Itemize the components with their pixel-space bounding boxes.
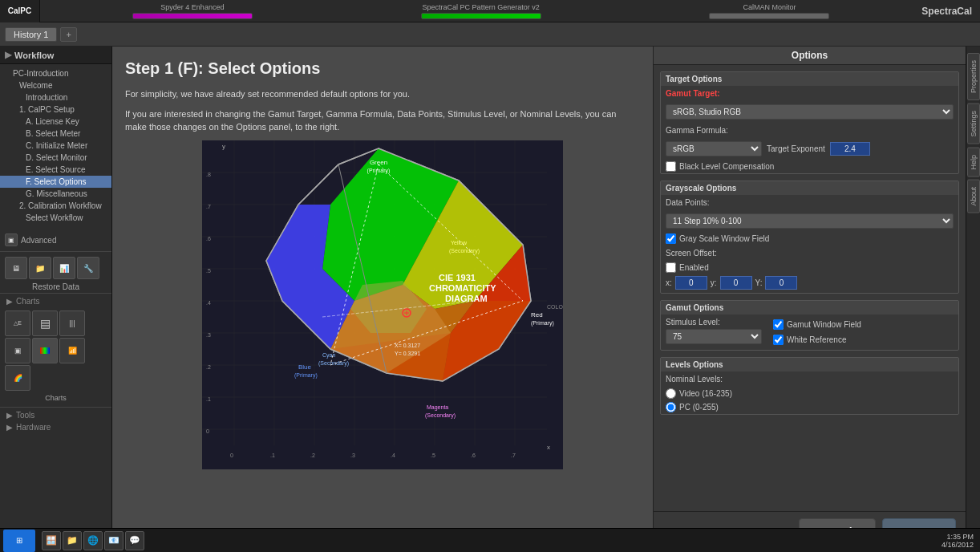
sidebar-item-miscellaneous[interactable]: G. Miscellaneous (0, 188, 111, 200)
white-reference-checkbox[interactable] (773, 335, 784, 345)
calman-label: CalMAN Monitor (743, 3, 796, 11)
sidebar-item-calibration-workflow[interactable]: 2. Calibration Workflow (0, 200, 111, 212)
cie-container: Green (Primary) Red (Primary) Blue (Prim… (202, 140, 563, 469)
sidebar-item-select-workflow[interactable]: Select Workflow (0, 212, 111, 224)
taskbar-items: 🪟 📁 🌐 📧 💬 (38, 531, 942, 550)
chart-icon-6[interactable]: 📶 (59, 338, 85, 363)
options-panel: Options Target Options Gamut Target: sRG… (653, 47, 966, 552)
enabled-checkbox[interactable] (666, 262, 676, 273)
video-radio-row: Video (16-235) (661, 387, 958, 400)
data-points-label-row: Data Points: (661, 195, 958, 210)
black-level-row: Black Level Compensation (661, 160, 958, 173)
taskbar-icon-5[interactable]: 💬 (125, 531, 144, 550)
sidebar-icons-row: 🖥 📁 📊 🔧 (0, 254, 111, 282)
tools-arrow: ▶ (6, 411, 13, 420)
sidebar-item-calpc-setup[interactable]: 1. CalPC Setup (0, 104, 111, 116)
pc-radio[interactable] (666, 402, 676, 412)
hardware-header[interactable]: ▶ Hardware (0, 421, 111, 433)
help-tab[interactable]: Help (967, 148, 980, 177)
grayscale-window-checkbox[interactable] (666, 233, 676, 244)
chart-icon-1[interactable]: △E (5, 310, 30, 336)
enabled-row: Enabled (661, 261, 958, 274)
target-exponent-input[interactable]: 2.4 (830, 142, 870, 156)
data-points-label: Data Points: (666, 198, 730, 207)
sidebar-item-introduction[interactable]: Introduction (0, 91, 111, 104)
video-radio[interactable] (666, 388, 676, 399)
spyder-section: Spyder 4 Enhanced (132, 3, 253, 19)
gamut-window-label: Gamut Window Field (787, 320, 861, 329)
restore-data-label[interactable]: Restore Data (0, 282, 111, 291)
svg-text:.5: .5 (206, 268, 211, 274)
svg-text:CHROMATICITY: CHROMATICITY (429, 283, 496, 293)
icon-box-3[interactable]: 📊 (53, 257, 75, 279)
taskbar-icon-3[interactable]: 🌐 (83, 531, 103, 550)
taskbar-icon-2[interactable]: 📁 (63, 531, 82, 550)
chart-icon-4[interactable]: ▣ (5, 338, 30, 363)
svg-text:0: 0 (230, 453, 233, 458)
gamut-target-select[interactable]: sRGB, Studio RGB AdobeRGB DCI-P3 (666, 104, 954, 120)
black-level-checkbox[interactable] (666, 161, 676, 172)
settings-tab[interactable]: Settings (967, 104, 980, 144)
sidebar-item-license-key[interactable]: A. License Key (0, 116, 111, 128)
sidebar-item-select-monitor[interactable]: D. Select Monitor (0, 152, 111, 164)
y-input[interactable] (720, 276, 752, 290)
charts-header[interactable]: ▶ Charts (0, 295, 111, 307)
sidebar-item-init-meter[interactable]: C. Initialize Meter (0, 140, 111, 152)
x-input[interactable] (675, 276, 707, 290)
advanced-icon[interactable]: ▣ (5, 233, 18, 246)
options-title: Options (654, 47, 966, 65)
logo-text: CalPC (8, 6, 31, 15)
chart-icon-3[interactable]: ||| (59, 310, 85, 336)
sidebar-item-select-meter[interactable]: B. Select Meter (0, 128, 111, 140)
xyz-row: x: y: Y: (661, 274, 958, 293)
taskbar-icon-4[interactable]: 📧 (104, 531, 124, 550)
sidebar-item-pc-intro[interactable]: PC-Introduction (0, 67, 111, 79)
cie-diagram-container: Green (Primary) Red (Primary) Blue (Prim… (125, 140, 640, 469)
target-exponent-row: Target Exponent 2.4 (767, 142, 870, 156)
screen-offset-label-row: Screen Offset: (661, 246, 958, 261)
y-label: y: (711, 278, 717, 287)
properties-tab[interactable]: Properties (967, 53, 980, 100)
workflow-label: Workflow (14, 51, 54, 60)
svg-text:.5: .5 (431, 453, 435, 458)
icon-box-2[interactable]: 📁 (29, 257, 51, 279)
spectracal-label: SpectraCal PC Pattern Generator v2 (423, 3, 540, 11)
Y-input[interactable] (765, 276, 797, 290)
sidebar: ▶ Workflow PC-Introduction Welcome Intro… (0, 47, 112, 552)
svg-text:y: y (222, 143, 225, 150)
gamut-window-checkbox[interactable] (773, 319, 784, 330)
history-tab[interactable]: History 1 (5, 27, 57, 42)
tools-header[interactable]: ▶ Tools (0, 409, 111, 421)
chart-icon-2[interactable]: ▤ (32, 310, 58, 336)
chart-icon-5[interactable] (32, 338, 58, 363)
hardware-label: Hardware (16, 423, 51, 432)
chart-icon-7[interactable]: 🌈 (5, 365, 30, 391)
start-button[interactable]: ⊞ (3, 530, 35, 552)
svg-text:.6: .6 (206, 236, 211, 242)
gamut-window-row: Gamut Window Field (768, 318, 866, 331)
stimulus-level-select[interactable]: 75 100 50 (666, 329, 762, 344)
svg-text:(Secondary): (Secondary) (318, 360, 349, 367)
taskbar-icon-1[interactable]: 🪟 (42, 531, 61, 550)
page-title: Step 1 (F): Select Options (125, 59, 640, 78)
charts-label: Charts (16, 297, 39, 306)
svg-text:(Secondary): (Secondary) (449, 248, 480, 254)
add-tab-button[interactable]: + (60, 27, 76, 42)
svg-text:Red: Red (531, 311, 543, 319)
svg-text:.3: .3 (206, 332, 211, 338)
icon-box-4[interactable]: 🔧 (77, 257, 99, 279)
about-tab[interactable]: About (967, 180, 980, 213)
gamut-options-body: Stimulus Level: 75 100 50 Ga (661, 315, 958, 350)
gamma-formula-select[interactable]: sRGB BT.1886 Power (666, 141, 762, 156)
top-sections: Spyder 4 Enhanced SpectraCal PC Pattern … (40, 3, 921, 19)
svg-text:X= 0.3127: X= 0.3127 (395, 343, 420, 348)
icon-box-1[interactable]: 🖥 (5, 257, 27, 279)
sidebar-item-select-options[interactable]: F. Select Options (0, 176, 111, 188)
svg-text:(Primary): (Primary) (531, 320, 554, 327)
sidebar-item-welcome[interactable]: Welcome (0, 79, 111, 91)
spectracal-bar (421, 13, 541, 19)
workflow-section: PC-Introduction Welcome Introduction 1. … (0, 64, 111, 227)
grayscale-options-section: Grayscale Options Data Points: 11 Step 1… (660, 181, 959, 294)
sidebar-item-select-source[interactable]: E. Select Source (0, 164, 111, 176)
data-points-select[interactable]: 11 Step 10% 0-100 21 Step 5% 0-100 5 Ste… (666, 213, 954, 229)
